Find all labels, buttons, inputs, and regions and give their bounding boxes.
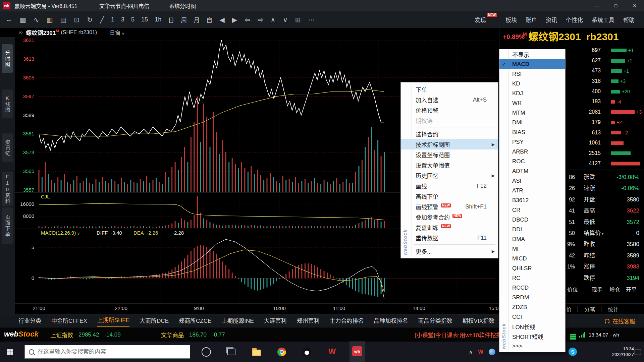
back-icon[interactable]: ← [2,16,16,23]
kline-chart-icon[interactable]: ▥ [43,16,57,24]
wps-tray-icon[interactable]: W [478,349,483,355]
start-button[interactable] [0,342,20,362]
exchange-tab-czce[interactable]: 郑商所CZCE [179,315,211,327]
indicator-option-RSI[interactable]: RSI [499,69,565,79]
refresh-icon[interactable]: ↻ [83,16,96,24]
indicator-option-LON[interactable]: LON长线 [499,322,565,331]
menu-place-order[interactable]: 下单 [401,84,498,95]
toolbar-menu-personalize[interactable]: 个性化 [566,15,583,24]
indicator-option-PSY[interactable]: PSY [499,137,565,147]
indicator-option-ARBR[interactable]: ARBR [499,147,565,157]
qq-icon[interactable] [299,342,315,362]
toolbar-menu-sectors[interactable]: 板块 [505,15,517,24]
exchange-tab-shfe[interactable]: 上期所SHFE [97,314,129,327]
period-3min-button[interactable]: 3 [118,16,128,23]
quote-tab-3[interactable]: 统计 [608,305,619,313]
left-tab-page-order[interactable]: 页面下单 [2,207,13,244]
cortana-icon[interactable] [199,342,214,362]
menu-draw-line-alert[interactable]: 画线预警NEWShift+F1 [401,201,498,212]
menu-overlay-contract[interactable]: 叠加参考合约NEW [401,212,498,222]
quote-tab-2[interactable]: 分笔 [584,305,595,313]
notification-center-icon[interactable] [635,350,641,355]
menu-price-alert[interactable]: 价格预警 [401,105,498,115]
left-tab-news-chain[interactable]: 资讯链 [2,133,13,162]
macd-indicator-name[interactable]: MACD(12,26,9)∨ [41,230,80,236]
toolbar-menu-news[interactable]: 资讯 [546,15,557,24]
taskbar-search[interactable] [24,345,190,359]
wps-icon[interactable]: W [324,342,340,362]
menu-indicator-subchart[interactable]: 技术指标副图▶ [401,139,498,149]
period-15min-button[interactable]: 15 [138,16,151,23]
pan-right-icon[interactable]: ⇨ [254,16,267,24]
maximize-button[interactable]: □ [606,0,625,11]
network-globe-icon[interactable] [489,349,495,355]
toolbar-menu-system-tools[interactable]: 系统工具 [592,15,614,24]
exchange-tab-dalian-arb[interactable]: 大连套利 [264,315,287,327]
indicator-option-SRDM[interactable]: SRDM [499,293,565,302]
indicator-option-CCI[interactable]: CCI [499,312,565,322]
indicator-option-ROC[interactable]: ROC [499,157,565,166]
menu-add-watchlist[interactable]: 加入自选Alt+S [401,95,498,105]
toolbar-menu-help[interactable]: 帮助 [623,15,635,24]
sse-index-quote[interactable]: 上证指数 2985.42 -14.09 [50,327,121,342]
task-view-icon[interactable] [224,342,239,362]
indicator-option-ASI[interactable]: ASI [499,176,565,186]
indicator-option-DMI[interactable]: DMI [499,118,565,127]
more-tools-icon[interactable]: ⋯ [305,16,319,24]
zoom-out-icon[interactable]: ∨ [279,16,291,24]
taskbar-search-input[interactable] [34,348,190,356]
indicator-option-QHLSR[interactable]: QHLSR [499,263,565,273]
tray-chevron-icon[interactable]: ∧ [469,349,473,355]
left-tab-tick-chart[interactable]: 分时图 [2,44,13,73]
period-1hour-button[interactable]: 1h [151,16,165,23]
menu-reload-data[interactable]: 重传数据F11 [401,233,498,243]
indicator-option-CR[interactable]: CR [499,205,565,215]
menu-draw-line-order[interactable]: 画线下单 [401,191,498,201]
left-tab-kline-chart[interactable]: K线图 [2,89,13,118]
exchange-tab-commodity-index[interactable]: 商品分类指数 [418,315,452,327]
indicator-option-KD[interactable]: KD [499,79,565,88]
skype-icon[interactable]: S [569,348,577,356]
indicator-option-option-0[interactable]: 不显示 [499,50,565,59]
indicator-option-MTM[interactable]: MTM [499,108,565,118]
indicator-option-option-30[interactable]: >>> [499,341,565,351]
indicator-option-SHORT[interactable]: SHORT短线 [499,331,565,341]
indicator-option-BIAS[interactable]: BIAS [499,127,565,137]
wenhua-app-icon[interactable]: wh [350,341,365,362]
indicator-option-MICD[interactable]: MICD [499,254,565,263]
period-5min-button[interactable]: 5 [128,16,138,23]
exchange-tab-dce[interactable]: 大商所DCE [140,315,169,327]
indicator-option-KDJ[interactable]: KDJ [499,88,565,98]
multi-window-icon[interactable]: ▤ [57,16,70,24]
quote-tab-1[interactable]: 价 [566,305,572,313]
indicator-option-RC[interactable]: RC [499,273,565,283]
file-explorer-icon[interactable] [249,342,264,362]
left-tab-f10-info[interactable]: F10资料 [2,172,13,206]
contract-name[interactable]: 螺纹钢2301 [26,28,56,37]
menu-replay-training[interactable]: 复盘训练NEW [401,222,498,233]
indicator-option-MI[interactable]: MI [499,244,565,254]
menu-select-contract[interactable]: 选择合约 [401,129,498,139]
indicator-option-DBCD[interactable]: DBCD [499,215,565,225]
exchange-tab-zhengzhou-arb[interactable]: 郑州套利 [297,315,320,327]
indicator-option-MACD[interactable]: ✓MACD [499,59,565,69]
period-custom-button[interactable]: 自 [203,15,216,24]
indicator-option-DDI[interactable]: DDI [499,225,565,234]
exchange-tab-ine[interactable]: 上期能源INE [221,315,254,327]
chrome-icon[interactable] [274,342,289,362]
window-period-dropdown[interactable]: 日窗∨ [110,28,124,37]
close-button[interactable]: ✕ [625,0,644,11]
prev-contract-icon[interactable]: ◀ [216,16,228,24]
menu-set-big-order-threshold[interactable]: 设置大单阈值 [401,160,498,170]
period-month-button[interactable]: 月 [190,15,203,24]
indicator-option-ZDZB[interactable]: ZDZB [499,302,565,312]
pan-left-icon[interactable]: ⇦ [241,16,254,24]
exchange-tab-main-contract-rank[interactable]: 主力合约排名 [330,315,364,327]
period-week-button[interactable]: 周 [177,15,190,24]
exchange-tab-industry[interactable]: 行业分类 [18,315,41,327]
tick-chart-icon[interactable]: ∿ [30,16,43,24]
save-icon[interactable]: ⊡ [70,16,83,24]
quote-board-icon[interactable]: ▦ [16,16,30,24]
taskbar-clock[interactable]: 13:34 2022/10/27 [612,346,634,357]
minimize-button[interactable]: — [588,0,606,11]
